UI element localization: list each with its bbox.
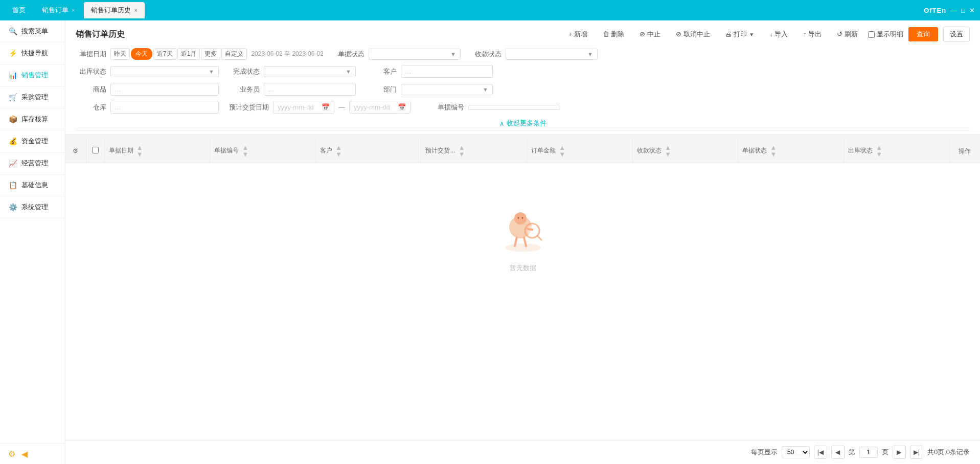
filter-doc-date: 单据日期 昨天 今天 近7天 近1月 更多 自定义 2023-06-02 至 2… [76, 48, 324, 60]
stop-button[interactable]: ⊘ 中止 [634, 27, 666, 41]
date-btn-7days[interactable]: 近7天 [153, 48, 176, 60]
th-expected-delivery[interactable]: 预计交货... ▲▼ [421, 139, 527, 163]
page-number-input[interactable] [859, 447, 878, 458]
filter-expected-delivery: 预计交货日期 yyyy-mm-dd 📅 — yyyy-mm-dd 📅 [229, 101, 423, 114]
select-all-checkbox[interactable] [92, 147, 99, 153]
collapse-filters-row[interactable]: ∧ 收起更多条件 [76, 117, 970, 130]
doc-status-select[interactable]: ▼ [369, 49, 461, 60]
th-delivery-status[interactable]: 出库状态 ▲▼ [844, 139, 949, 163]
department-arrow-icon: ▼ [483, 86, 488, 93]
delivery-date-to[interactable]: yyyy-mm-dd 📅 [349, 101, 411, 114]
sidebar-item-purchase-mgmt[interactable]: 🛒 采购管理 [0, 86, 65, 108]
pagination-bar: 每页显示 50 10 20 100 |◀ ◀ 第 页 ▶ ▶| 共0页,0条记录 [65, 440, 980, 464]
th-doc-date[interactable]: 单据日期 ▲▼ [104, 139, 210, 163]
purchase-mgmt-icon: 🛒 [8, 93, 17, 102]
doc-number-input[interactable] [468, 105, 560, 110]
sidebar: 🔍 搜索菜单 ⚡ 快捷导航 📊 销售管理 🛒 采购管理 📦 库存核算 💰 资金管… [0, 20, 65, 464]
search-menu-icon: 🔍 [8, 27, 17, 36]
date-btn-today[interactable]: 今天 [131, 48, 152, 60]
sidebar-item-system-mgmt[interactable]: ⚙️ 系统管理 [0, 196, 65, 218]
query-button[interactable]: 查询 [908, 27, 938, 41]
sidebar-item-quick-nav[interactable]: ⚡ 快捷导航 [0, 42, 65, 64]
sidebar-item-search-menu-label: 搜索菜单 [21, 27, 48, 36]
warehouse-input[interactable]: ... [110, 101, 219, 114]
expected-delivery-label: 预计交货日期 [229, 103, 269, 112]
per-page-select[interactable]: 50 10 20 100 [782, 446, 810, 458]
sidebar-collapse-icon[interactable]: ◀ [21, 449, 28, 459]
window-minimize[interactable]: — [950, 7, 957, 14]
th-payment-status[interactable]: 收款状态 ▲▼ [632, 139, 738, 163]
sidebar-item-inventory-check[interactable]: 📦 库存核算 [0, 108, 65, 130]
th-checkbox[interactable] [86, 139, 104, 163]
completion-status-select[interactable]: ▼ [264, 66, 356, 77]
last-page-btn[interactable]: ▶| [910, 446, 923, 459]
goods-input[interactable]: ... [110, 83, 219, 96]
date-btn-custom[interactable]: 自定义 [221, 48, 247, 60]
sort-doc-number-icon: ▲▼ [242, 144, 248, 158]
sort-order-amount-icon: ▲▼ [559, 144, 565, 158]
top-bar: 首页 销售订单 × 销售订单历史 × OfTEn — □ ✕ [0, 0, 980, 20]
salesperson-label: 业务员 [229, 85, 260, 94]
empty-state-illustration [492, 204, 554, 255]
display-detail-checkbox[interactable] [868, 31, 875, 38]
system-mgmt-icon: ⚙️ [8, 203, 17, 212]
tab-sales-order-history-close[interactable]: × [134, 7, 137, 13]
filter-delivery-status: 出库状态 ▼ [76, 66, 219, 77]
delivery-date-from[interactable]: yyyy-mm-dd 📅 [273, 101, 334, 114]
export-button[interactable]: ↑ 导出 [798, 27, 827, 41]
sort-delivery-status-icon: ▲▼ [876, 144, 882, 158]
import-button[interactable]: ↓ 导入 [764, 27, 793, 41]
sidebar-item-fund-mgmt[interactable]: 💰 资金管理 [0, 130, 65, 152]
main-layout: 🔍 搜索菜单 ⚡ 快捷导航 📊 销售管理 🛒 采购管理 📦 库存核算 💰 资金管… [0, 20, 980, 464]
tab-sales-order[interactable]: 销售订单 × [35, 2, 82, 18]
tab-sales-order-history[interactable]: 销售订单历史 × [84, 2, 144, 18]
display-detail-toggle[interactable]: 显示明细 [868, 30, 903, 39]
window-close[interactable]: ✕ [969, 7, 975, 14]
salesperson-input[interactable]: ... [264, 83, 356, 96]
th-doc-status[interactable]: 单据状态 ▲▼ [738, 139, 844, 163]
refresh-button[interactable]: ↺ 刷新 [832, 27, 863, 41]
first-page-btn[interactable]: |◀ [814, 446, 827, 459]
customer-input[interactable]: ... [401, 65, 493, 78]
filter-salesperson: 业务员 ... [229, 83, 356, 96]
completion-status-arrow-icon: ▼ [346, 69, 351, 75]
tab-sales-order-close[interactable]: × [72, 7, 75, 13]
th-customer[interactable]: 客户 ▲▼ [315, 139, 421, 163]
next-page-btn[interactable]: ▶ [893, 446, 906, 459]
goods-label: 商品 [76, 85, 106, 94]
base-info-icon: 📋 [8, 181, 17, 190]
page-label-after: 页 [882, 448, 888, 457]
sidebar-settings-icon[interactable]: ⚙ [8, 449, 15, 459]
sidebar-item-sales-mgmt[interactable]: 📊 销售管理 [0, 64, 65, 86]
empty-state: 暂无数据 [65, 163, 980, 314]
print-button[interactable]: 🖨 打印 ▼ [720, 27, 760, 41]
date-btn-1month[interactable]: 近1月 [177, 48, 200, 60]
department-select[interactable]: ▼ [401, 84, 493, 95]
toolbar: + 新增 🗑 删除 ⊘ 中止 ⊘ 取消中止 🖨 打印 ▼ ↓ 导入 ↑ 导出 ↺… [563, 27, 970, 42]
display-detail-label: 显示明细 [877, 30, 903, 39]
th-doc-number[interactable]: 单据编号 ▲▼ [210, 139, 316, 163]
date-btn-more[interactable]: 更多 [201, 48, 220, 60]
delete-button[interactable]: 🗑 删除 [598, 27, 630, 41]
payment-status-label: 收款状态 [471, 50, 502, 59]
delivery-status-select[interactable]: ▼ [110, 66, 219, 77]
cancel-stop-button[interactable]: ⊘ 取消中止 [671, 27, 715, 41]
tab-home[interactable]: 首页 [5, 2, 33, 18]
payment-status-select[interactable]: ▼ [506, 49, 598, 60]
collapse-up-icon: ∧ [499, 120, 505, 127]
calendar-to-icon[interactable]: 📅 [398, 103, 406, 111]
sidebar-item-search-menu[interactable]: 🔍 搜索菜单 [0, 20, 65, 42]
date-btn-yesterday[interactable]: 昨天 [110, 48, 130, 60]
sidebar-item-quick-nav-label: 快捷导航 [21, 49, 48, 58]
new-button[interactable]: + 新增 [563, 27, 592, 41]
tab-sales-order-label: 销售订单 [42, 6, 69, 15]
calendar-from-icon[interactable]: 📅 [322, 103, 330, 111]
settings-button[interactable]: 设置 [943, 27, 970, 42]
th-order-amount[interactable]: 订单金额 ▲▼ [527, 139, 633, 163]
sidebar-item-base-info[interactable]: 📋 基础信息 [0, 174, 65, 196]
per-page-label: 每页显示 [751, 448, 778, 457]
window-maximize[interactable]: □ [961, 7, 965, 14]
sidebar-item-operation-mgmt[interactable]: 📈 经营管理 [0, 152, 65, 174]
th-settings[interactable]: ⚙ [65, 139, 86, 163]
prev-page-btn[interactable]: ◀ [831, 446, 845, 459]
